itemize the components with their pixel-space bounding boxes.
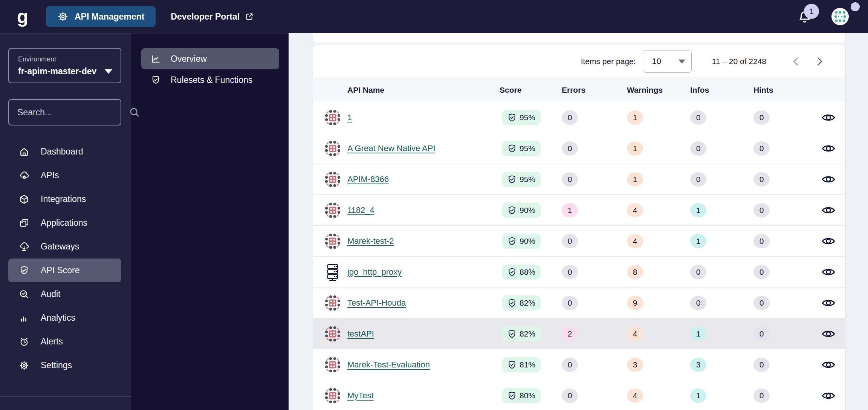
sidebar-item-dashboard[interactable]: Dashboard [8, 140, 121, 164]
score-value: 81% [520, 360, 535, 369]
view-details-button[interactable] [820, 171, 837, 188]
score-value: 95% [520, 113, 535, 122]
secondary-sidebar: Overview Rulesets & Functions [131, 33, 289, 410]
scrolled-toolbar-remnant [313, 33, 846, 43]
errors-chip: 0 [562, 172, 578, 187]
score-badge: 82% [502, 295, 541, 311]
shield-check-icon [507, 175, 517, 184]
view-details-button[interactable] [820, 325, 837, 343]
api-management-button[interactable]: API Management [46, 6, 156, 27]
score-badge: 95% [502, 110, 541, 125]
table-row: A Great New Native API 95% 0 1 0 0 [313, 133, 845, 164]
sidebar-item-applications[interactable]: Applications [8, 211, 121, 235]
sidebar-item-label: Analytics [41, 313, 75, 323]
sidebar-divider [0, 396, 131, 397]
api-name-link[interactable]: Marek-test-2 [347, 236, 394, 246]
hints-chip: 0 [753, 203, 770, 217]
sidebar-item-gateways[interactable]: Gateways [8, 235, 121, 259]
errors-chip: 0 [562, 234, 578, 248]
sidebar-item-alerts[interactable]: Alerts [8, 330, 121, 353]
sidebar-item-api-score[interactable]: API Score [8, 259, 121, 282]
eye-icon [821, 264, 836, 280]
api-name-link[interactable]: MyTest [347, 391, 374, 401]
view-details-button[interactable] [820, 202, 837, 219]
score-badge: 81% [502, 357, 541, 372]
table-row: testAPI 82% 2 4 1 0 [313, 318, 845, 349]
developer-portal-button[interactable]: Developer Portal [161, 6, 264, 27]
user-avatar[interactable] [831, 8, 849, 26]
environment-value: fr-apim-master-dev [18, 66, 96, 76]
sidebar-item-label: APIs [41, 170, 59, 181]
score-value: 90% [520, 237, 535, 246]
api-dots-icon [324, 170, 342, 188]
api-dots-icon [324, 325, 342, 343]
notifications-button[interactable]: 1 [795, 6, 815, 27]
column-header-warnings: Warnings [627, 86, 690, 95]
api-name-link[interactable]: jgo_http_proxy [347, 267, 402, 277]
api-dots-icon [324, 109, 342, 127]
score-value: 82% [520, 298, 535, 308]
warnings-chip: 8 [627, 265, 643, 279]
api-name-link[interactable]: A Great New Native API [347, 144, 436, 153]
next-page-button[interactable] [811, 53, 828, 70]
developer-portal-label: Developer Portal [171, 12, 240, 22]
shield-check-icon [151, 75, 161, 85]
view-details-button[interactable] [820, 387, 837, 404]
view-details-button[interactable] [820, 294, 837, 312]
primary-nav: Dashboard APIs Integrations Applications… [8, 140, 121, 377]
chevron-down-icon [105, 69, 112, 74]
sidebar-item-analytics[interactable]: Analytics [8, 306, 121, 330]
infos-chip: 0 [690, 172, 706, 187]
view-details-button[interactable] [820, 109, 837, 126]
chevron-down-icon [679, 60, 685, 64]
shield-check-icon [507, 329, 517, 338]
api-name-link[interactable]: 1182_4 [347, 205, 374, 215]
score-badge: 90% [502, 203, 541, 218]
home-icon [19, 147, 29, 157]
sidebar-item-settings[interactable]: Settings [8, 353, 121, 377]
environment-selector[interactable]: Environment fr-apim-master-dev [8, 48, 121, 83]
score-badge: 90% [502, 234, 541, 249]
sidebar-item-integrations[interactable]: Integrations [8, 187, 121, 211]
infos-chip: 1 [690, 389, 706, 403]
sidebar-item-audit[interactable]: Audit [8, 282, 121, 306]
sidebar-item-label: API Score [41, 265, 80, 275]
chevron-right-icon [813, 55, 826, 68]
table-row: Marek-test-2 90% 0 4 1 0 [313, 226, 845, 257]
view-details-button[interactable] [820, 233, 837, 250]
eye-icon [821, 295, 836, 311]
shield-check-icon [507, 360, 517, 369]
cloud-gear-icon [19, 170, 29, 181]
shield-check-icon [19, 265, 29, 276]
warnings-chip: 3 [627, 358, 643, 372]
hints-chip: 0 [753, 141, 770, 156]
previous-page-button[interactable] [787, 53, 805, 70]
view-details-button[interactable] [820, 356, 837, 373]
subnav-item-rulesets[interactable]: Rulesets & Functions [141, 69, 279, 90]
cloud-download-icon [19, 242, 29, 252]
table-row: Marek-Test-Evaluation 81% 0 3 3 0 [313, 349, 845, 380]
api-name-link[interactable]: 1 [347, 113, 352, 122]
api-name-link[interactable]: APIM-8366 [347, 174, 389, 184]
shield-check-icon [507, 144, 517, 153]
api-name-link[interactable]: Test-API-Houda [347, 298, 406, 308]
search-input[interactable] [17, 107, 129, 118]
table-row: MyTest 80% 0 4 1 0 [313, 380, 845, 410]
api-name-link[interactable]: Marek-Test-Evaluation [347, 360, 430, 370]
subnav-item-label: Rulesets & Functions [171, 75, 252, 85]
page-size-select[interactable]: 10 [643, 50, 692, 73]
column-header-score: Score [500, 86, 562, 95]
api-dots-icon [324, 294, 342, 312]
api-dots-icon [324, 232, 342, 250]
hints-chip: 0 [753, 234, 770, 248]
sidebar-item-apis[interactable]: APIs [8, 164, 121, 187]
score-badge: 88% [502, 265, 541, 280]
view-details-button[interactable] [820, 140, 837, 157]
pagination-range: 11 – 20 of 2248 [712, 57, 766, 66]
table-row: 1182_4 90% 1 4 1 0 [313, 195, 845, 226]
score-badge: 95% [502, 172, 541, 187]
api-name-link[interactable]: testAPI [347, 329, 374, 339]
view-details-button[interactable] [820, 263, 837, 281]
subnav-item-overview[interactable]: Overview [141, 48, 279, 69]
eye-icon [821, 357, 836, 373]
